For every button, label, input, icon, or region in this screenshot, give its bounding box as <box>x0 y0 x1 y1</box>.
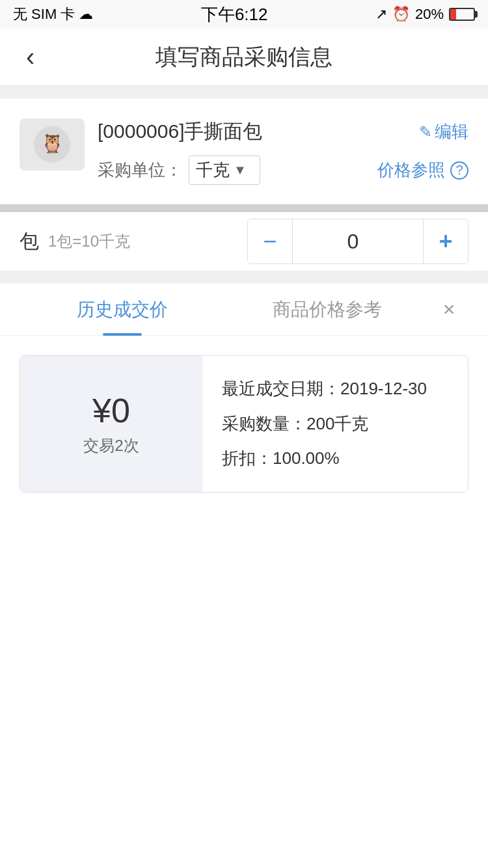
product-name: [0000006]手撕面包 <box>98 118 262 145</box>
status-time: 下午6:12 <box>201 3 268 26</box>
quantity-row-detail: 采购数量：200千克 <box>222 411 448 438</box>
svg-text:🦉: 🦉 <box>41 133 64 154</box>
quantity-unit-badge: 包 <box>20 228 39 255</box>
quantity-detail-label: 采购数量： <box>222 414 306 433</box>
tab-history-label: 历史成交价 <box>77 297 168 322</box>
product-thumbnail: 🦉 <box>20 118 85 170</box>
page-title: 填写商品采购信息 <box>156 42 332 72</box>
alarm-icon: ⏰ <box>392 6 410 23</box>
tab-history-price[interactable]: 历史成交价 <box>20 284 224 336</box>
status-left: 无 SIM 卡 ☁ <box>13 5 93 24</box>
unit-select-arrow-icon: ▼ <box>234 163 247 178</box>
recent-date-label: 最近成交日期： <box>222 379 340 398</box>
edit-icon: ✎ <box>419 123 432 141</box>
recent-date-value: 2019-12-30 <box>340 379 427 398</box>
unit-value: 千克 <box>196 159 230 182</box>
quantity-detail-value: 200千克 <box>306 414 368 433</box>
discount-value: 100.00% <box>273 448 340 468</box>
quantity-input[interactable] <box>293 219 423 264</box>
discount-row: 折扣：100.00% <box>222 445 448 472</box>
recent-date-row: 最近成交日期：2019-12-30 <box>222 375 448 403</box>
back-button[interactable]: ‹ <box>20 36 41 78</box>
quantity-label: 包 1包=10千克 <box>20 228 130 255</box>
unit-label-text: 采购单位： <box>98 159 182 182</box>
edit-button[interactable]: ✎ 编辑 <box>419 120 468 143</box>
product-info: [0000006]手撕面包 ✎ 编辑 采购单位： 千克 ▼ 价格参照 ? <box>98 118 468 185</box>
discount-label: 折扣： <box>222 448 273 468</box>
tab-bar: 历史成交价 商品价格参考 × <box>0 284 488 336</box>
main-content-area <box>0 512 488 868</box>
price-card: ¥0 交易2次 最近成交日期：2019-12-30 采购数量：200千克 折扣：… <box>20 355 468 493</box>
quantity-increase-button[interactable]: + <box>423 219 468 264</box>
product-header: [0000006]手撕面包 ✎ 编辑 <box>98 118 468 145</box>
status-bar: 无 SIM 卡 ☁ 下午6:12 ↗ ⏰ 20% <box>0 0 488 29</box>
price-amount: ¥0 <box>92 391 130 430</box>
quantity-decrease-button[interactable]: − <box>247 219 293 264</box>
nav-bar: ‹ 填写商品采购信息 <box>0 29 488 86</box>
quantity-conversion: 1包=10千克 <box>48 231 130 252</box>
quantity-row: 包 1包=10千克 − + <box>0 212 488 271</box>
tab-price-reference[interactable]: 商品价格参考 <box>224 284 429 336</box>
product-unit-row: 采购单位： 千克 ▼ 价格参照 ? <box>98 156 468 185</box>
tab-active-indicator <box>103 333 142 336</box>
tab-close-button[interactable]: × <box>429 290 468 329</box>
tab-section: 历史成交价 商品价格参考 × ¥0 交易2次 最近成交日期：2019-12-30… <box>0 284 488 512</box>
quantity-input-group: − + <box>247 219 468 264</box>
battery-percent: 20% <box>415 6 444 23</box>
product-row: 🦉 [0000006]手撕面包 ✎ 编辑 采购单位： 千克 ▼ <box>20 118 468 185</box>
history-content: ¥0 交易2次 最近成交日期：2019-12-30 采购数量：200千克 折扣：… <box>0 336 488 512</box>
unit-select[interactable]: 千克 ▼ <box>189 156 260 185</box>
price-transactions: 交易2次 <box>83 435 139 456</box>
edit-label: 编辑 <box>435 120 468 143</box>
unit-label: 采购单位： 千克 ▼ <box>98 156 260 185</box>
section-divider <box>0 204 488 212</box>
price-ref-label: 价格参照 <box>377 159 445 182</box>
price-ref-help-icon: ? <box>450 161 468 180</box>
product-logo-icon: 🦉 <box>33 125 72 164</box>
price-right-panel: 最近成交日期：2019-12-30 采购数量：200千克 折扣：100.00% <box>202 356 468 492</box>
price-reference-button[interactable]: 价格参照 ? <box>377 159 468 182</box>
tab-reference-label: 商品价格参考 <box>273 297 382 322</box>
status-right: ↗ ⏰ 20% <box>375 6 475 23</box>
location-icon: ↗ <box>375 6 387 23</box>
battery-icon <box>449 8 475 21</box>
sim-status: 无 SIM 卡 ☁ <box>13 5 93 24</box>
price-left-panel: ¥0 交易2次 <box>20 356 202 492</box>
product-card: 🦉 [0000006]手撕面包 ✎ 编辑 采购单位： 千克 ▼ <box>0 99 488 204</box>
